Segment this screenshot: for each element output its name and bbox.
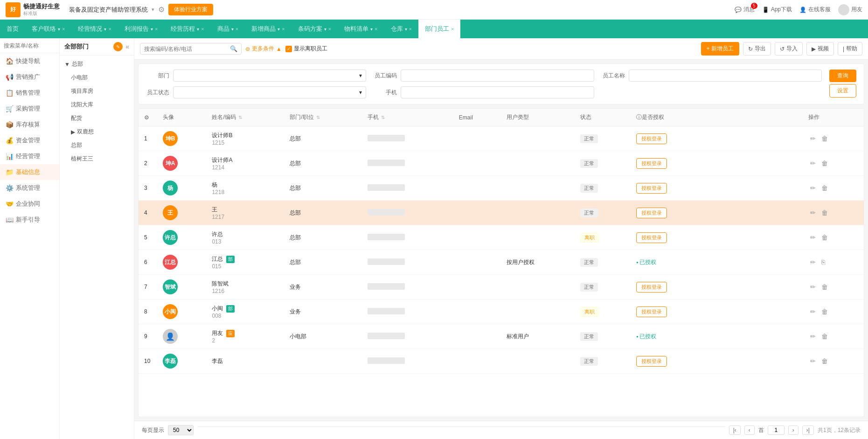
auth-login-button[interactable]: 授权登录 xyxy=(636,183,667,194)
tab-profit[interactable]: 利润报告▾× xyxy=(118,20,164,38)
sidebar-item-nav[interactable]: 🏠 快捷导航 xyxy=(0,53,59,69)
sidebar-item-system[interactable]: ⚙️ 系统管理 xyxy=(0,180,59,196)
delete-button[interactable]: 🗑 xyxy=(819,356,830,366)
delete-button[interactable]: 🗑 xyxy=(819,183,830,193)
sidebar-item-sales[interactable]: 📋 销售管理 xyxy=(0,85,59,101)
dept-node-zs[interactable]: 植树王三 xyxy=(60,152,134,166)
search-button[interactable]: 查询 xyxy=(829,70,856,82)
edit-button[interactable]: ✏ xyxy=(808,307,818,316)
trial-button[interactable]: 体验行业方案 xyxy=(168,4,213,15)
online-service[interactable]: 👤 在线客服 xyxy=(799,6,831,14)
delete-button[interactable]: 🗑 xyxy=(819,332,830,341)
first-page-button[interactable]: |‹ xyxy=(729,425,741,435)
tab-close[interactable]: × xyxy=(328,26,331,32)
edit-button[interactable]: ✏ xyxy=(808,282,818,292)
tab-close[interactable]: × xyxy=(282,26,285,32)
last-page-button[interactable]: ›| xyxy=(802,425,814,435)
empcode-input[interactable] xyxy=(401,70,594,82)
tab-operation[interactable]: 经营情况▾× xyxy=(71,20,118,38)
auth-login-button[interactable]: 授权登录 xyxy=(636,232,667,243)
auth-login-button[interactable]: 授权登录 xyxy=(636,208,667,218)
edit-button[interactable]: ✏ xyxy=(808,233,818,242)
col-phone[interactable]: 手机 ⇅ xyxy=(362,109,453,126)
empstatus-select[interactable]: ▾ xyxy=(173,86,366,98)
show-resigned-toggle[interactable]: ✓ 显示离职员工 xyxy=(285,45,327,53)
sidebar-item-ops[interactable]: 📊 经营管理 xyxy=(0,148,59,164)
page-number-input[interactable] xyxy=(768,425,785,435)
edit-button[interactable]: ✏ xyxy=(808,183,818,193)
tab-goods[interactable]: 商品▾× xyxy=(211,20,245,38)
empname-input[interactable] xyxy=(629,70,822,82)
copy-button[interactable]: ⎘ xyxy=(819,258,827,267)
tab-close[interactable]: × xyxy=(108,26,111,32)
tab-history[interactable]: 经营历程▾× xyxy=(164,20,210,38)
sidebar-item-capital[interactable]: 💰 资金管理 xyxy=(0,132,59,148)
auth-login-button[interactable]: 授权登录 xyxy=(636,133,667,144)
app-download[interactable]: 📱 App下载 xyxy=(762,6,792,14)
dept-select[interactable]: ▾ xyxy=(173,70,366,82)
edit-button[interactable]: ✏ xyxy=(808,159,818,168)
settings-icon[interactable]: ⚙ xyxy=(158,5,165,14)
dept-node-ph[interactable]: 配货 xyxy=(60,111,134,125)
auth-login-button[interactable]: 授权登录 xyxy=(636,282,667,293)
set-button[interactable]: 设置 xyxy=(829,84,856,98)
page-size-select[interactable]: 50 100 xyxy=(168,425,194,435)
dept-node-sy[interactable]: 沈阳大库 xyxy=(60,98,134,111)
view-button[interactable]: ▶ 视频 xyxy=(806,42,834,56)
dept-collapse-icon[interactable]: « xyxy=(125,43,129,50)
sidebar-item-basic[interactable]: 📁 基础信息 xyxy=(0,164,59,180)
delete-button[interactable]: 🗑 xyxy=(819,307,830,316)
delete-button[interactable]: 🗑 xyxy=(819,208,830,217)
tab-dept-staff[interactable]: 部门员工× xyxy=(418,20,460,38)
dept-add-icon[interactable]: ✎ xyxy=(113,42,123,51)
auth-login-button[interactable]: 授权登录 xyxy=(636,356,667,367)
tab-close[interactable]: × xyxy=(375,26,377,32)
edit-button[interactable]: ✏ xyxy=(808,134,818,143)
add-employee-button[interactable]: + 新增员工 xyxy=(701,42,739,56)
sidebar-item-coop[interactable]: 🤝 企业协同 xyxy=(0,196,59,212)
prev-page-button[interactable]: ‹ xyxy=(744,425,755,435)
edit-button[interactable]: ✏ xyxy=(808,332,818,341)
delete-button[interactable]: 🗑 xyxy=(819,159,830,168)
tab-add-goods[interactable]: 新增商品▾× xyxy=(245,20,291,38)
delete-button[interactable]: 🗑 xyxy=(819,134,830,143)
tab-close[interactable]: × xyxy=(451,26,454,32)
tab-customer[interactable]: 客户联络▾× xyxy=(25,20,71,38)
tab-bom[interactable]: 物料清单▾× xyxy=(338,20,384,38)
tab-close[interactable]: × xyxy=(62,26,65,32)
export-button[interactable]: ↻ 导出 xyxy=(743,42,771,56)
dept-node-corp[interactable]: ▼ 总部 xyxy=(60,57,134,71)
dept-node-proj[interactable]: 项目库房 xyxy=(60,84,134,98)
phone-input[interactable] xyxy=(401,86,594,98)
auth-login-button[interactable]: 授权登录 xyxy=(636,158,667,169)
col-dept[interactable]: 部门/职位 ⇅ xyxy=(284,109,362,126)
sidebar-item-purchase[interactable]: 🛒 采购管理 xyxy=(0,101,59,117)
dept-node-elec[interactable]: 小电部 xyxy=(60,71,134,84)
sidebar-item-marketing[interactable]: 📢 营销推广 xyxy=(0,69,59,85)
more-conditions-btn[interactable]: ⊜ 更多条件 ▲ xyxy=(245,45,282,53)
tab-close[interactable]: × xyxy=(155,26,158,32)
col-name[interactable]: 姓名/编码 ⇅ xyxy=(206,109,284,126)
sidebar-item-guide[interactable]: 📖 新手引导 xyxy=(0,212,59,228)
delete-button[interactable]: 🗑 xyxy=(819,233,830,242)
edit-button[interactable]: ✏ xyxy=(808,258,818,267)
tab-close[interactable]: × xyxy=(409,26,412,32)
sidebar-item-inventory[interactable]: 📦 库存核算 xyxy=(0,117,59,132)
tab-close[interactable]: × xyxy=(236,26,238,32)
tab-warehouse[interactable]: 仓库▾× xyxy=(384,20,418,38)
sidebar-search-input[interactable] xyxy=(4,42,60,49)
auth-login-button[interactable]: 授权登录 xyxy=(636,307,667,317)
message-area[interactable]: 💬 消息 5 xyxy=(735,6,755,14)
dept-node-sl[interactable]: ▶ 双鹿想 xyxy=(60,125,134,139)
import-button[interactable]: ↺ 导入 xyxy=(775,42,803,56)
tab-barcode[interactable]: 条码方案▾× xyxy=(292,20,338,38)
col-settings[interactable]: ⚙ xyxy=(139,109,157,126)
search-input[interactable] xyxy=(144,46,228,52)
next-page-button[interactable]: › xyxy=(788,425,799,435)
user-area[interactable]: 用友 xyxy=(838,4,862,15)
delete-button[interactable]: 🗑 xyxy=(819,282,830,292)
edit-button[interactable]: ✏ xyxy=(808,356,818,366)
dept-node-hq[interactable]: 总部 xyxy=(60,139,134,152)
help-button[interactable]: | 帮助 xyxy=(838,42,862,56)
tab-home[interactable]: 首页 xyxy=(0,20,25,38)
